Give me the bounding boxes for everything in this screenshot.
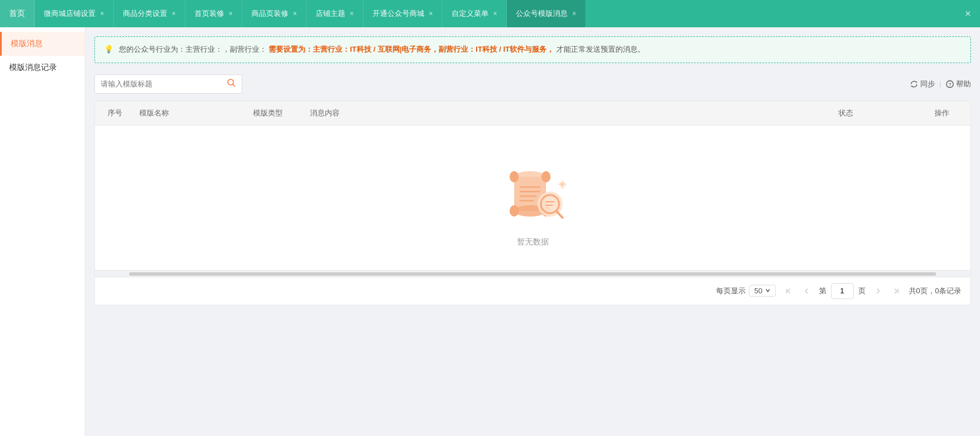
svg-point-8	[541, 171, 551, 182]
first-page-button[interactable]	[780, 283, 796, 299]
close-home-decoration[interactable]: ×	[229, 10, 233, 18]
nav-tab-open-mall[interactable]: 开通公众号商城 ×	[363, 0, 443, 27]
svg-line-1	[233, 85, 235, 87]
svg-point-7	[510, 171, 519, 182]
sidebar-item-template-msg[interactable]: 模版消息	[0, 32, 85, 56]
sync-icon	[910, 80, 918, 88]
scrollbar-track[interactable]	[129, 272, 936, 276]
th-seq: 序号	[95, 101, 135, 125]
close-micro-store[interactable]: ×	[100, 10, 104, 18]
help-button[interactable]: ? 帮助	[946, 79, 971, 89]
info-banner: 💡 您的公众号行业为：主营行业：，副营行业： 需要设置为：主营行业：IT科技 /…	[94, 36, 971, 63]
search-input-wrapper[interactable]	[94, 74, 242, 94]
per-page: 每页显示 50	[716, 285, 775, 297]
search-bar: 同步 | ? 帮助	[94, 74, 971, 94]
top-nav: 首页 微商城店铺设置 × 商品分类设置 × 首页装修 × 商品页装修 × 店铺主…	[0, 0, 980, 27]
empty-illustration	[499, 160, 567, 228]
chevron-down-icon	[765, 286, 771, 295]
sync-button[interactable]: 同步	[910, 79, 935, 89]
close-custom-menu[interactable]: ×	[493, 10, 497, 18]
total-info: 共0页，0条记录	[909, 286, 961, 296]
close-all-button[interactable]: ×	[956, 8, 980, 20]
scrollbar-area[interactable]	[95, 270, 970, 277]
toolbar-right: 同步 | ? 帮助	[910, 79, 971, 89]
nav-tab-custom-menu[interactable]: 自定义菜单 ×	[443, 0, 507, 27]
nav-tab-template-msg[interactable]: 公众号模版消息 ×	[507, 0, 586, 27]
prev-page-button[interactable]	[799, 283, 814, 299]
last-page-button[interactable]	[888, 283, 904, 299]
th-status: 状态	[834, 101, 913, 125]
nav-tab-home-decoration[interactable]: 首页装修 ×	[185, 0, 242, 27]
per-page-select[interactable]: 50	[749, 285, 775, 297]
close-template-msg[interactable]: ×	[572, 10, 576, 18]
close-open-mall[interactable]: ×	[429, 10, 433, 18]
next-page-button[interactable]	[870, 283, 886, 299]
nav-tab-store-theme[interactable]: 店铺主题 ×	[307, 0, 363, 27]
main-content: 💡 您的公众号行业为：主营行业：，副营行业： 需要设置为：主营行业：IT科技 /…	[85, 27, 980, 436]
nav-tab-product-decoration[interactable]: 商品页装修 ×	[242, 0, 307, 27]
nav-tab-home[interactable]: 首页	[0, 0, 35, 27]
main-layout: 模版消息 模版消息记录 💡 您的公众号行业为：主营行业：，副营行业： 需要设置为…	[0, 27, 980, 436]
th-name: 模版名称	[135, 101, 249, 125]
th-type: 模版类型	[249, 101, 305, 125]
table-container: 序号 模版名称 模版类型 消息内容 状态 操作	[94, 101, 971, 305]
svg-text:?: ?	[948, 82, 951, 88]
nav-tab-micro-store[interactable]: 微商城店铺设置 ×	[35, 0, 114, 27]
empty-state: 暂无数据	[95, 126, 970, 270]
th-action: 操作	[913, 101, 970, 125]
empty-text: 暂无数据	[517, 237, 549, 247]
sidebar: 模版消息 模版消息记录	[0, 27, 85, 436]
close-product-category[interactable]: ×	[172, 10, 176, 18]
toolbar-divider: |	[940, 80, 941, 88]
search-icon[interactable]	[227, 78, 236, 89]
pagination: 每页显示 50 第	[95, 277, 970, 305]
svg-point-9	[510, 205, 519, 217]
bulb-icon: 💡	[104, 45, 113, 53]
close-product-decoration[interactable]: ×	[293, 10, 297, 18]
table-header: 序号 模版名称 模版类型 消息内容 状态 操作	[95, 101, 970, 126]
nav-tab-product-category[interactable]: 商品分类设置 ×	[114, 0, 185, 27]
page-nav: 第 页	[780, 283, 904, 299]
sidebar-item-template-msg-log[interactable]: 模版消息记录	[0, 56, 85, 80]
close-store-theme[interactable]: ×	[350, 10, 354, 18]
search-input[interactable]	[101, 80, 227, 88]
help-icon: ?	[946, 80, 954, 88]
th-content: 消息内容	[305, 101, 834, 125]
page-input[interactable]	[831, 283, 854, 299]
